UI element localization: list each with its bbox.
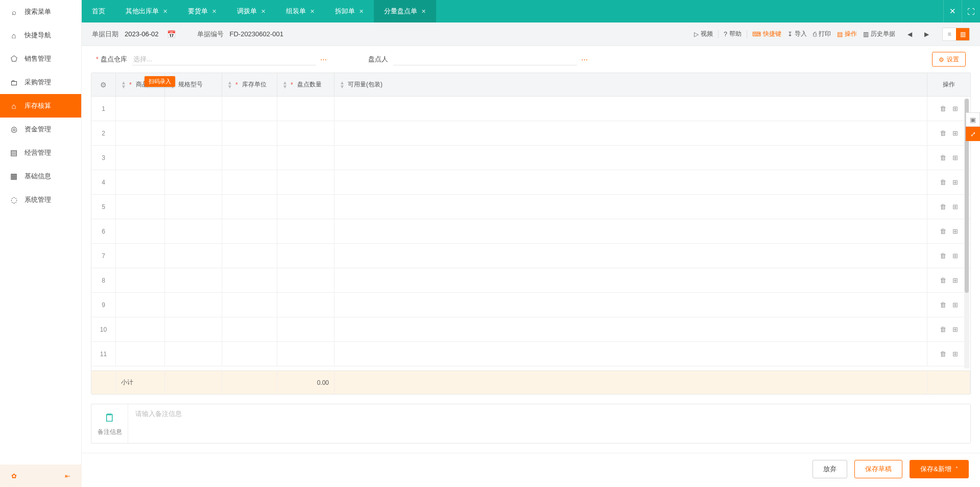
cell-qty[interactable] (277, 97, 334, 121)
cell-qty[interactable] (277, 170, 334, 194)
cell-avail[interactable] (334, 317, 927, 341)
import-action[interactable]: ↧导入 (784, 30, 810, 38)
collapse-icon[interactable]: ⇤ (65, 472, 70, 480)
add-icon[interactable]: ⊞ (952, 203, 958, 211)
settings-icon[interactable]: ✿ (11, 472, 17, 480)
cell-unit[interactable] (222, 317, 277, 341)
add-icon[interactable]: ⊞ (952, 227, 958, 235)
cell-spec[interactable] (165, 97, 222, 121)
cell-unit[interactable] (222, 244, 277, 268)
person-input[interactable] (393, 53, 577, 65)
add-icon[interactable]: ⊞ (952, 154, 958, 161)
cell-avail[interactable] (334, 219, 927, 243)
cell-product[interactable] (116, 195, 165, 219)
cell-unit[interactable] (222, 121, 277, 145)
add-icon[interactable]: ⊞ (952, 276, 958, 284)
cell-product[interactable] (116, 146, 165, 170)
settings-button[interactable]: ⚙ 设置 (932, 52, 966, 67)
cell-avail[interactable] (334, 293, 927, 317)
calendar-icon[interactable]: 📅 (167, 30, 176, 38)
cell-product[interactable] (116, 293, 165, 317)
tabs-close-button[interactable]: ✕ (943, 0, 962, 22)
cell-qty[interactable] (277, 219, 334, 243)
delete-icon[interactable]: 🗑 (940, 350, 946, 358)
delete-icon[interactable]: 🗑 (940, 301, 946, 309)
cell-unit[interactable] (222, 170, 277, 194)
tabs-fullscreen-button[interactable]: ⛶ (962, 0, 980, 22)
cell-spec[interactable] (165, 317, 222, 341)
close-icon[interactable]: ✕ (421, 8, 426, 15)
col-avail[interactable]: ▲▼ 可用量(包装) (334, 73, 927, 96)
close-icon[interactable]: ✕ (163, 8, 168, 15)
cell-qty[interactable] (277, 317, 334, 341)
col-qty[interactable]: ▲▼ * 盘点数量 (277, 73, 334, 96)
close-icon[interactable]: ✕ (212, 8, 217, 15)
cell-spec[interactable] (165, 219, 222, 243)
delete-icon[interactable]: 🗑 (940, 276, 946, 284)
cell-spec[interactable] (165, 121, 222, 145)
cell-unit[interactable] (222, 195, 277, 219)
delete-icon[interactable]: 🗑 (940, 178, 946, 186)
tab-4[interactable]: 组装单✕ (276, 0, 325, 22)
add-icon[interactable]: ⊞ (952, 350, 958, 358)
cell-product[interactable] (116, 317, 165, 341)
cell-qty[interactable] (277, 121, 334, 145)
sidebar-item-4[interactable]: ⌂库存核算 (0, 94, 81, 118)
cell-spec[interactable] (165, 195, 222, 219)
delete-icon[interactable]: 🗑 (940, 326, 946, 333)
cell-product[interactable] (116, 342, 165, 366)
sidebar-item-0[interactable]: ⌕搜索菜单 (0, 0, 81, 24)
close-icon[interactable]: ✕ (359, 8, 364, 15)
float-btn-2[interactable]: ⤢ (966, 127, 980, 141)
cell-spec[interactable] (165, 146, 222, 170)
cell-qty[interactable] (277, 293, 334, 317)
sidebar-item-3[interactable]: 🗀采购管理 (0, 71, 81, 94)
sidebar-item-8[interactable]: ◌系统管理 (0, 188, 81, 212)
cell-avail[interactable] (334, 195, 927, 219)
view-list-button[interactable]: ≡ (943, 28, 956, 40)
cell-product[interactable] (116, 121, 165, 145)
cell-unit[interactable] (222, 146, 277, 170)
float-btn-1[interactable]: ▣ (966, 112, 980, 127)
cell-avail[interactable] (334, 170, 927, 194)
history-action[interactable]: ▥历史单据 (860, 30, 898, 38)
warehouse-input[interactable] (132, 53, 316, 65)
cell-avail[interactable] (334, 342, 927, 366)
save-draft-button[interactable]: 保存草稿 (854, 460, 902, 478)
cell-avail[interactable] (334, 244, 927, 268)
delete-icon[interactable]: 🗑 (940, 252, 946, 260)
close-icon[interactable]: ✕ (310, 8, 315, 15)
remarks-input[interactable] (128, 404, 970, 443)
cell-product[interactable] (116, 97, 165, 121)
cell-qty[interactable] (277, 268, 334, 292)
save-new-button[interactable]: 保存&新增 ˄ (910, 460, 969, 478)
sidebar-item-2[interactable]: ⬠销售管理 (0, 47, 81, 71)
add-icon[interactable]: ⊞ (952, 105, 958, 112)
delete-icon[interactable]: 🗑 (940, 203, 946, 211)
cell-spec[interactable] (165, 268, 222, 292)
col-unit[interactable]: ▲▼ * 库存单位 (222, 73, 277, 96)
prev-doc-button[interactable]: ◀ (904, 31, 915, 38)
warehouse-more-icon[interactable]: ⋯ (320, 56, 327, 63)
cell-spec[interactable] (165, 170, 222, 194)
cell-avail[interactable] (334, 121, 927, 145)
delete-icon[interactable]: 🗑 (940, 105, 946, 112)
cell-avail[interactable] (334, 268, 927, 292)
video-action[interactable]: ▷视频 (691, 30, 716, 38)
cell-spec[interactable] (165, 293, 222, 317)
cell-qty[interactable] (277, 195, 334, 219)
col-product[interactable]: ▲▼ * 商品 扫码录入 (116, 73, 165, 96)
cell-product[interactable] (116, 170, 165, 194)
person-more-icon[interactable]: ⋯ (581, 56, 588, 63)
cell-qty[interactable] (277, 244, 334, 268)
operate-action[interactable]: ▤操作 (834, 30, 860, 38)
cell-qty[interactable] (277, 146, 334, 170)
tab-1[interactable]: 其他出库单✕ (115, 0, 178, 22)
tab-3[interactable]: 调拨单✕ (227, 0, 276, 22)
cell-unit[interactable] (222, 219, 277, 243)
cell-product[interactable] (116, 219, 165, 243)
add-icon[interactable]: ⊞ (952, 178, 958, 186)
cell-qty[interactable] (277, 342, 334, 366)
date-value[interactable]: 2023-06-02 (125, 30, 159, 38)
add-icon[interactable]: ⊞ (952, 129, 958, 137)
